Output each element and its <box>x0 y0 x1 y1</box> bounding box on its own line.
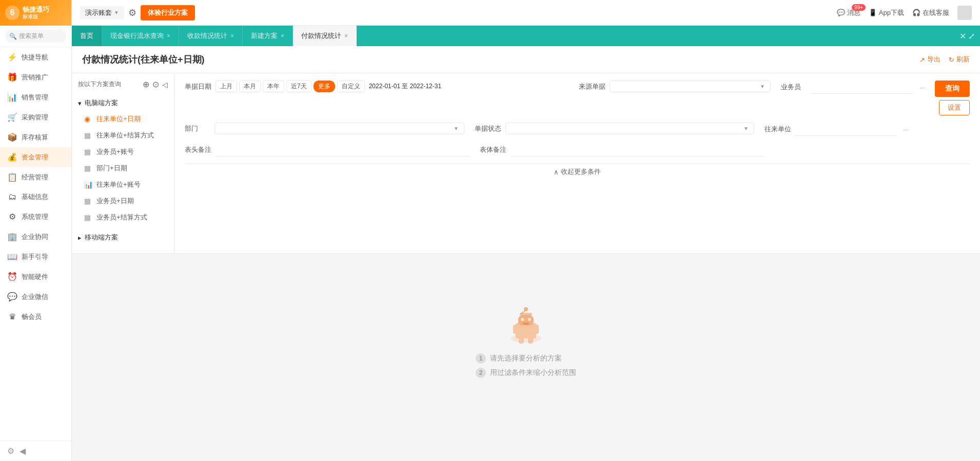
refresh-button[interactable]: ↻ 刷新 <box>949 55 970 64</box>
scheme-settings-icon[interactable]: ⊙ <box>152 79 159 89</box>
last-month-btn[interactable]: 上月 <box>215 81 237 92</box>
this-year-btn[interactable]: 本年 <box>263 81 284 92</box>
sidebar-item-basic-info[interactable]: 🗂 基础信息 <box>0 187 71 207</box>
staff-more-icon[interactable]: ··· <box>917 84 927 91</box>
scheme-item-label: 业务员+日期 <box>96 196 134 206</box>
sidebar-item-system[interactable]: ⚙ 系统管理 <box>0 207 71 227</box>
sidebar-header: 6 畅捷通巧 标准版 <box>0 0 71 26</box>
tab-expand-icon[interactable]: ⤢ <box>968 31 975 41</box>
dept-select[interactable]: ▼ <box>214 123 464 134</box>
sidebar-item-capital[interactable]: 💰 资金管理 <box>0 147 71 167</box>
partner-more-icon[interactable]: ··· <box>901 126 911 133</box>
last-7-days-btn[interactable]: 近7天 <box>286 81 311 92</box>
scheme-item-partner-settle[interactable]: ▦ 往来单位+结算方式 <box>72 127 174 144</box>
tab-close-all-icon[interactable]: ✕ <box>959 31 966 41</box>
scheme-add-icon[interactable]: ⊕ <box>143 79 149 89</box>
partner-filter-input[interactable] <box>794 123 897 136</box>
filter-form: 单据日期 上月 本月 本年 近7天 更多 自定义 <box>174 73 980 253</box>
desktop-section-title[interactable]: ▾ 电脑端方案 <box>72 95 174 111</box>
header-note-input[interactable] <box>215 143 469 156</box>
sidebar-item-guide[interactable]: 📖 新手引导 <box>0 247 71 267</box>
trial-button[interactable]: 体验行业方案 <box>141 5 195 21</box>
staff-filter-input[interactable] <box>811 81 913 94</box>
staff-filter-group: 业务员 ··· <box>781 81 925 94</box>
mobile-section-title[interactable]: ▸ 移动端方案 <box>72 230 174 245</box>
sidebar-item-weixin[interactable]: 💬 企业微信 <box>0 287 71 307</box>
sidebar-item-label: 基础信息 <box>22 192 48 202</box>
scheme-header-label: 按以下方案查询 <box>78 80 121 89</box>
custom-btn[interactable]: 自定义 <box>337 81 365 92</box>
scheme-sidebar: 按以下方案查询 ⊕ ⊙ ◁ ▾ 电脑端方案 ◉ 往来单位+日期 <box>72 73 174 253</box>
this-month-btn[interactable]: 本月 <box>239 81 261 92</box>
refresh-label: 刷新 <box>956 55 970 64</box>
hint-text-2: 用过滤条件来缩小分析范围 <box>490 368 576 377</box>
scheme-header-icons: ⊕ ⊙ ◁ <box>143 79 168 89</box>
query-button[interactable]: 查询 <box>935 81 970 97</box>
sidebar-item-member[interactable]: ♛ 畅会员 <box>0 307 71 327</box>
scheme-item-partner-account[interactable]: 📊 往来单位+账号 <box>72 176 174 193</box>
tab-pay-stats-close[interactable]: × <box>344 32 348 39</box>
top-bar: 演示账套 ▼ ⚙ 体验行业方案 💬 消息 99+ 📱 App下载 🎧 在线客服 <box>72 0 980 26</box>
page-content: 付款情况统计(往来单位+日期) ↗ 导出 ↻ 刷新 按以下方案查询 ⊕ <box>72 46 980 461</box>
tab-new-scheme-label: 新建方案 <box>251 31 278 41</box>
source-select[interactable]: ▼ <box>610 81 771 92</box>
search-input-trigger[interactable]: 🔍 搜索菜单 <box>5 30 66 43</box>
body-note-input[interactable] <box>511 143 765 156</box>
user-avatar[interactable] <box>957 6 972 20</box>
tab-payment-stats[interactable]: 收款情况统计 × <box>179 26 243 46</box>
collapse-more-btn[interactable]: ∧ 收起更多条件 <box>185 164 970 179</box>
date-range-value: 2022-01-01 至 2022-12-31 <box>369 82 441 91</box>
tab-home[interactable]: 首页 <box>72 26 102 46</box>
collapse-sidebar-icon[interactable]: ◀ <box>19 446 26 456</box>
sidebar-item-inventory[interactable]: 📦 库存核算 <box>0 127 71 147</box>
settings-button[interactable]: 设置 <box>939 100 970 115</box>
doc-status-select[interactable]: ▼ <box>505 123 754 134</box>
topbar-settings-icon[interactable]: ⚙ <box>128 7 136 18</box>
app-download-button[interactable]: 📱 App下载 <box>869 8 904 17</box>
header-note-group: 表头备注 <box>185 143 469 156</box>
more-btn[interactable]: 更多 <box>313 81 335 92</box>
sidebar-item-purchase[interactable]: 🛒 采购管理 <box>0 107 71 127</box>
scheme-item-staff-account[interactable]: ▦ 业务员+账号 <box>72 144 174 160</box>
tab-bank-flow[interactable]: 现金银行流水查询 × <box>102 26 179 46</box>
scheme-item-dept-date[interactable]: ▦ 部门+日期 <box>72 160 174 176</box>
sidebar-item-operation[interactable]: 📋 经营管理 <box>0 167 71 187</box>
partner-filter-group: 往来单位 ··· <box>765 123 908 136</box>
online-service-button[interactable]: 🎧 在线客服 <box>912 8 949 17</box>
dept-dropdown-arrow: ▼ <box>454 126 459 131</box>
sidebar-item-sales[interactable]: 📊 销售管理 <box>0 87 71 107</box>
scheme-item-label: 往来单位+账号 <box>96 180 141 189</box>
date-filter-label: 单据日期 <box>185 82 211 91</box>
svg-rect-9 <box>528 337 533 344</box>
staff-date-icon: ▦ <box>84 197 92 205</box>
scheme-item-label: 业务员+账号 <box>96 147 134 156</box>
purchase-icon: 🛒 <box>7 112 17 122</box>
sidebar-item-marketing[interactable]: 🎁 营销推广 <box>0 67 71 87</box>
custom-btn-label: 自定义 <box>342 83 360 90</box>
scheme-collapse-icon[interactable]: ◁ <box>162 81 168 89</box>
source-filter-group: 来源单据 ▼ <box>579 81 771 92</box>
tab-new-scheme[interactable]: 新建方案 × <box>243 26 293 46</box>
messages-badge: 99+ <box>852 4 866 11</box>
tab-bar: 首页 现金银行流水查询 × 收款情况统计 × 新建方案 × 付款情况统计 × ✕… <box>72 26 980 46</box>
scheme-item-staff-date[interactable]: ▦ 业务员+日期 <box>72 193 174 209</box>
settings-footer-icon[interactable]: ⚙ <box>7 446 14 456</box>
sidebar-search-area[interactable]: 🔍 搜索菜单 <box>0 26 71 47</box>
sidebar-footer: ⚙ ◀ <box>0 440 71 461</box>
collapse-label: 收起更多条件 <box>561 167 601 176</box>
sidebar-item-quick-nav[interactable]: ⚡ 快捷导航 <box>0 47 71 67</box>
scheme-item-staff-settle[interactable]: ▦ 业务员+结算方式 <box>72 209 174 226</box>
company-selector[interactable]: 演示账套 ▼ <box>80 6 124 19</box>
tab-pay-stats[interactable]: 付款情况统计 × <box>293 26 357 46</box>
svg-rect-5 <box>523 323 529 325</box>
tab-payment-stats-close[interactable]: × <box>230 32 234 39</box>
operation-icon: 📋 <box>7 172 17 182</box>
export-button[interactable]: ↗ 导出 <box>919 55 940 64</box>
messages-button[interactable]: 💬 消息 99+ <box>837 8 860 17</box>
tab-new-scheme-close[interactable]: × <box>281 32 284 39</box>
sidebar-item-enterprise[interactable]: 🏢 企业协同 <box>0 227 71 247</box>
tab-bank-flow-close[interactable]: × <box>167 32 170 39</box>
sidebar-item-hardware[interactable]: ⏰ 智能硬件 <box>0 267 71 287</box>
scheme-item-partner-date[interactable]: ◉ 往来单位+日期 <box>72 111 174 127</box>
filter-row-3: 表头备注 表体备注 <box>185 143 970 156</box>
